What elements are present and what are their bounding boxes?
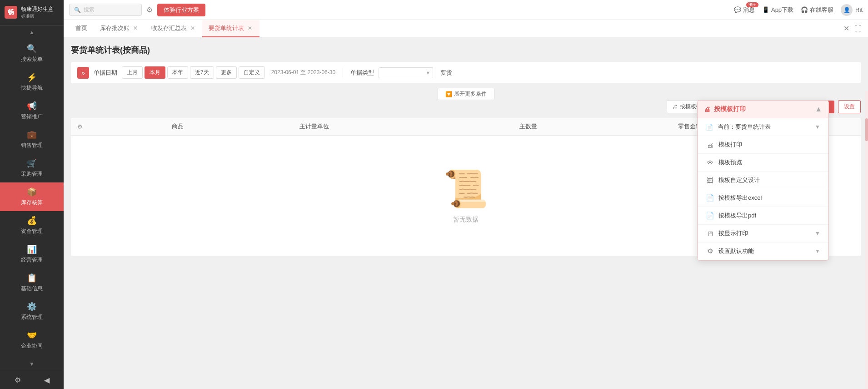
online-service-btn[interactable]: 🎧 在线客服 xyxy=(801,6,833,14)
window-close-btn[interactable]: ✕ xyxy=(842,24,851,33)
sidebar-label-purchase: 采购管理 xyxy=(21,170,43,178)
col-gear[interactable]: ⚙ xyxy=(71,118,165,136)
message-btn[interactable]: 💬 消息 99+ xyxy=(734,6,755,14)
date-btn-更多[interactable]: 更多 xyxy=(216,66,237,79)
dropdown-label-template-pdf: 按模板导出pdf xyxy=(718,212,756,220)
sidebar-icon-operation: 📊 xyxy=(27,244,37,254)
settings-gear-icon[interactable]: ⚙ xyxy=(15,376,21,384)
tab-order-stat[interactable]: 要货单统计表✕ xyxy=(202,20,259,37)
col-qty: 主数量 xyxy=(513,118,672,136)
dropdown-close-btn[interactable]: ▲ xyxy=(815,105,822,113)
dropdown-sub-label-display-print: 按显示打印 xyxy=(718,229,748,237)
scroll-down-arrow[interactable]: ▼ xyxy=(27,359,36,369)
sidebar-item-quick[interactable]: ⚡ 快捷导航 xyxy=(0,68,64,96)
date-btn-上月[interactable]: 上月 xyxy=(122,66,143,79)
sidebar-icon-marketing: 📢 xyxy=(27,101,37,111)
dropdown-sub-chevron-set-default: ▼ xyxy=(815,248,820,254)
date-btn-本月[interactable]: 本月 xyxy=(145,66,165,79)
topbar: 🔍 搜索 ⚙ 体验行业方案 💬 消息 99+ 📱 App下载 🎧 在线客服 👤 … xyxy=(64,0,868,20)
sidebar-item-base[interactable]: 📋 基础信息 xyxy=(0,268,64,297)
dropdown-sub-items: 🖥 按显示打印 ▼ ⚙ 设置默认功能 ▼ xyxy=(698,225,828,260)
tab-close-collect[interactable]: ✕ xyxy=(190,25,196,31)
main-content: 🔍 搜索 ⚙ 体验行业方案 💬 消息 99+ 📱 App下载 🎧 在线客服 👤 … xyxy=(64,0,868,389)
expand-more-btn[interactable]: 🔽 展开更多条件 xyxy=(438,88,494,100)
page-scrollbar[interactable] xyxy=(865,91,868,389)
sidebar-item-finance[interactable]: 💰 资金管理 xyxy=(0,211,64,240)
download-icon: 📱 xyxy=(762,6,769,13)
dropdown-item-template-preview[interactable]: 👁 模板预览 xyxy=(698,154,828,172)
collapse-icon[interactable]: ◀ xyxy=(44,376,50,384)
sidebar-item-inventory[interactable]: 📦 库存核算 xyxy=(0,182,64,211)
sidebar-item-marketing[interactable]: 📢 营销推广 xyxy=(0,96,64,125)
sidebar-icon-inventory: 📦 xyxy=(27,187,37,197)
sidebar-item-corp[interactable]: 🤝 企业协同 xyxy=(0,326,64,354)
tab-label-home: 首页 xyxy=(75,24,87,32)
sidebar-icon-quick: ⚡ xyxy=(27,72,37,82)
tab-home[interactable]: 首页 xyxy=(69,20,94,37)
dropdown-icon-template-excel: 📄 xyxy=(706,194,714,202)
app-logo: 畅 畅康通好生意 标准版 xyxy=(0,0,64,25)
date-label: 单据日期 xyxy=(94,69,117,77)
dropdown-sub-chevron-display-print: ▼ xyxy=(815,230,820,237)
window-maximize-btn[interactable]: ⛶ xyxy=(853,24,863,33)
tab-batch[interactable]: 库存批次账✕ xyxy=(94,20,145,37)
sidebar-icon-corp: 🤝 xyxy=(27,330,37,340)
sidebar-icon-finance: 💰 xyxy=(27,216,37,226)
dropdown-header: 🖨 按模板打印 ▲ xyxy=(698,101,828,118)
sidebar-item-sales[interactable]: 💼 销售管理 xyxy=(0,125,64,154)
sidebar-item-search[interactable]: 🔍 搜索菜单 xyxy=(0,39,64,68)
app-download-btn[interactable]: 📱 App下载 xyxy=(762,6,793,14)
dropdown-current-item[interactable]: 📄 当前：要货单统计表 ▼ xyxy=(698,118,828,136)
col-unit: 主计量单位 xyxy=(293,118,513,136)
dropdown-sub-display-print[interactable]: 🖥 按显示打印 ▼ xyxy=(698,225,828,242)
tab-label-order-stat: 要货单统计表 xyxy=(209,24,244,32)
username: Rit xyxy=(855,6,863,13)
tab-collect[interactable]: 收发存汇总表✕ xyxy=(145,20,202,37)
scrollbar-thumb xyxy=(865,118,868,141)
settings-btn[interactable]: 设置 xyxy=(838,100,861,113)
expand-more-label: 展开更多条件 xyxy=(454,90,487,98)
sidebar-icon-base: 📋 xyxy=(27,273,37,283)
dropdown-item-template-pdf[interactable]: 📄 按模板导出pdf xyxy=(698,207,828,225)
dropdown-label-template-print: 模板打印 xyxy=(718,141,742,149)
date-btn-本年[interactable]: 本年 xyxy=(167,66,188,79)
sidebar-item-purchase[interactable]: 🛒 采购管理 xyxy=(0,154,64,182)
search-placeholder: 搜索 xyxy=(84,6,95,14)
tab-close-batch[interactable]: ✕ xyxy=(132,25,139,31)
filter-expand-btn[interactable]: » xyxy=(77,67,89,79)
date-range: 2023-06-01 至 2023-06-30 xyxy=(271,69,335,76)
scroll-up-arrow[interactable]: ▲ xyxy=(27,27,36,37)
dropdown-item-template-print[interactable]: 🖨 模板打印 xyxy=(698,136,828,154)
printer-header-icon: 🖨 xyxy=(704,106,710,113)
dropdown-title: 🖨 按模板打印 xyxy=(704,105,746,113)
sidebar-icon-system: ⚙️ xyxy=(27,302,37,312)
avatar: 👤 xyxy=(841,4,853,16)
empty-icon: 📜 xyxy=(443,167,489,210)
date-btn-近7天[interactable]: 近7天 xyxy=(190,66,214,79)
dropdown-item-template-excel[interactable]: 📄 按模板导出excel xyxy=(698,189,828,207)
topbar-gear-icon[interactable]: ⚙ xyxy=(146,5,153,14)
dropdown-sub-set-default[interactable]: ⚙ 设置默认功能 ▼ xyxy=(698,242,828,260)
dropdown-icon-template-design: 🖼 xyxy=(706,177,714,184)
tab-close-order-stat[interactable]: ✕ xyxy=(247,25,253,31)
date-btn-自定义[interactable]: 自定义 xyxy=(239,66,265,79)
dropdown-item-template-design[interactable]: 🖼 模板自定义设计 xyxy=(698,172,828,189)
sidebar-icon-sales: 💼 xyxy=(27,130,37,140)
sidebar-label-sales: 销售管理 xyxy=(21,141,43,149)
template-print-dropdown: 🖨 按模板打印 ▲ 📄 当前：要货单统计表 ▼ 🖨 模板打印 👁 模板预览 🖼 xyxy=(697,100,829,261)
sidebar-item-operation[interactable]: 📊 经营管理 xyxy=(0,240,64,268)
tab-label-batch: 库存批次账 xyxy=(100,24,130,32)
search-box[interactable]: 🔍 搜索 xyxy=(69,4,142,16)
user-btn[interactable]: 👤 Rit xyxy=(841,4,863,16)
dropdown-items: 🖨 模板打印 👁 模板预览 🖼 模板自定义设计 📄 按模板导出excel 📄 按… xyxy=(698,136,828,225)
dropdown-current-label: 当前：要货单统计表 xyxy=(718,123,771,131)
type-select[interactable] xyxy=(379,67,433,78)
sidebar: 畅 畅康通好生意 标准版 ▲ 🔍 搜索菜单 ⚡ 快捷导航 📢 营销推广 💼 销售… xyxy=(0,0,64,389)
search-icon: 🔍 xyxy=(74,7,81,13)
dropdown-icon-template-preview: 👁 xyxy=(706,159,714,167)
trial-btn[interactable]: 体验行业方案 xyxy=(157,4,205,16)
filter-separator xyxy=(343,68,343,77)
sidebar-item-system[interactable]: ⚙️ 系统管理 xyxy=(0,297,64,326)
topbar-right: 💬 消息 99+ 📱 App下载 🎧 在线客服 👤 Rit xyxy=(734,4,863,16)
dropdown-label-template-design: 模板自定义设计 xyxy=(718,176,760,184)
